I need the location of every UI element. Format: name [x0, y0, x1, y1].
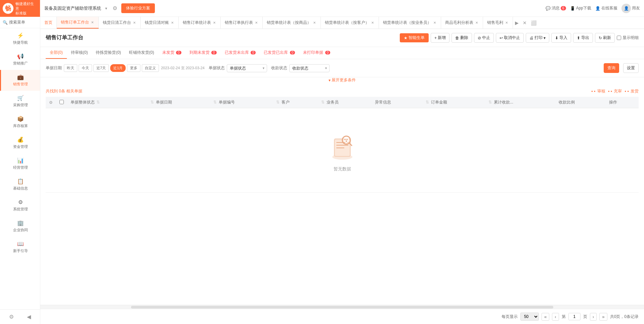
page-title: 销售订单工作台 [46, 34, 83, 45]
payment-select[interactable]: 收款状态 [289, 64, 330, 72]
date-btn-custom[interactable]: 自定义 [142, 64, 159, 72]
sidebar-item-marketing[interactable]: 📢 营销推广 [0, 49, 40, 70]
sidebar-item-finance[interactable]: 💰 资金管理 [0, 132, 40, 153]
col-settings[interactable]: ⚙ [46, 97, 56, 108]
refresh-button[interactable]: ↻ 刷新 [595, 33, 615, 43]
tab-cash-daily[interactable]: 钱货日清工作台 ✕ [99, 17, 141, 29]
date-btn-7days[interactable]: 近7天 [93, 64, 109, 72]
sort-customer-icon[interactable]: ⇅ [276, 100, 280, 105]
date-btn-1month[interactable]: 近1月 [110, 64, 126, 72]
sort-collected-icon[interactable]: ⇅ [488, 100, 492, 105]
tab-close-receivable[interactable]: ✕ [505, 20, 509, 25]
tab-close-cash-reconcile[interactable]: ✕ [170, 20, 174, 25]
finance-icon: 💰 [17, 136, 24, 143]
add-button[interactable]: + 新增 [431, 33, 449, 43]
date-btn-more[interactable]: 更多 [127, 64, 140, 72]
sidebar-settings-btn[interactable]: ⚙ [8, 312, 15, 321]
sidebar-item-purchase[interactable]: 🛒 采购管理 [0, 91, 40, 112]
sort-number-icon[interactable]: ⇅ [213, 100, 217, 105]
print-button[interactable]: 🖨 打印 ▾ [526, 33, 549, 43]
tab-sales-workbench[interactable]: 销售订单工作台 ✕ [57, 17, 99, 29]
tab-gross-profit[interactable]: 商品毛利分析表 ✕ [441, 17, 483, 29]
sort-salesperson-icon[interactable]: ⇅ [321, 100, 325, 105]
date-btn-yesterday[interactable]: 昨天 [64, 64, 77, 72]
export-button[interactable]: ⬆ 导出 [573, 33, 593, 43]
tab-close-cash-daily[interactable]: ✕ [132, 20, 136, 25]
tab-sales-stats[interactable]: 销售订单统计表 ✕ [179, 17, 221, 29]
tab-close-sales-workbench[interactable]: ✕ [90, 20, 94, 25]
date-btn-today[interactable]: 今天 [79, 64, 92, 72]
show-detail-label[interactable]: 显示明细 [617, 35, 639, 41]
tab-close-gross[interactable]: ✕ [475, 20, 479, 25]
horizontal-scrollbar[interactable] [40, 305, 644, 309]
ship-link[interactable]: ● 发货 [625, 88, 639, 94]
sidebar-item-sales[interactable]: 💼 销售管理 [0, 70, 40, 91]
sidebar-collapse-btn[interactable]: ◀ [26, 312, 32, 321]
sidebar-item-enterprise[interactable]: 🏢 企业协同 [0, 216, 40, 237]
sidebar-item-guide[interactable]: 📖 新手引导 [0, 237, 40, 257]
page-size-select[interactable]: 20 50 100 200 [520, 313, 539, 321]
sidebar-search[interactable]: 🔍 搜索菜单 [0, 17, 40, 28]
first-page-btn[interactable]: « [542, 313, 549, 321]
expand-conditions-btn[interactable]: ▾ 展开更多条件 [329, 77, 356, 83]
query-button[interactable]: 查询 [604, 63, 619, 73]
sidebar-item-inventory[interactable]: 📦 库存核算 [0, 112, 40, 132]
review-link[interactable]: ● 审核 [591, 88, 605, 94]
stop-button[interactable]: ⊘ 中止 [474, 33, 494, 43]
app-download-btn[interactable]: 📱 App下载 [570, 5, 591, 11]
tab-close-sales-exec[interactable]: ✕ [254, 20, 258, 25]
filter-settings-button[interactable]: 设置 [623, 63, 639, 73]
tab-sales-receivable[interactable]: 销售毛利 ✕ [483, 17, 513, 29]
filter-tab-pending-review[interactable]: 待审核(0) [67, 47, 92, 59]
import-button[interactable]: ⬇ 导入 [551, 33, 571, 43]
filter-tab-overdue[interactable]: 到期未发货 0 [185, 47, 221, 59]
cancel-stop-button[interactable]: ↩ 取消中止 [496, 33, 524, 43]
tab-home[interactable]: 首页 [40, 17, 57, 29]
topbar-settings-icon[interactable]: ⚙ [113, 5, 117, 11]
col-salesperson: ⇅ 业务员 [318, 97, 372, 108]
main-area: 装备及固定资产辅助管理系统 ▾ ⚙ 体验行业方案 💬 消息 6 📱 App下载 … [40, 0, 644, 324]
tab-close-product[interactable]: ✕ [312, 20, 316, 25]
tab-sales-summary-product[interactable]: 销货单统计表（按商品） ✕ [263, 17, 321, 29]
tab-close-customer[interactable]: ✕ [371, 20, 375, 25]
tab-cash-reconcile[interactable]: 钱货日清对账 ✕ [141, 17, 179, 29]
sidebar-item-system[interactable]: ⚙ 系统管理 [0, 195, 40, 216]
message-btn[interactable]: 💬 消息 6 [546, 5, 566, 11]
service-icon: 👤 [595, 6, 600, 11]
online-service-btn[interactable]: 👤 在线客服 [595, 5, 617, 11]
tab-sales-summary-customer[interactable]: 销货单统计表（按客户） ✕ [321, 17, 379, 29]
select-all-checkbox[interactable] [59, 100, 64, 104]
payment-filter-group: 收款状态 收款状态 [271, 64, 330, 72]
tab-close-staff[interactable]: ✕ [433, 20, 437, 25]
filter-tab-all[interactable]: 全部(0) [46, 47, 67, 59]
tab-scroll-right[interactable]: ▶ [513, 20, 521, 26]
filter-tab-not-printed[interactable]: 未打印单据 0 [299, 47, 334, 59]
tab-close-sales-stats[interactable]: ✕ [212, 20, 216, 25]
sort-date-icon[interactable]: ⇅ [151, 100, 154, 105]
delete-button[interactable]: 🗑 删除 [452, 33, 472, 43]
cancel-review-link[interactable]: ● 充审 [608, 88, 622, 94]
next-page-btn[interactable]: › [590, 313, 597, 321]
last-page-btn[interactable]: » [599, 313, 607, 321]
tab-maximize[interactable]: ⬜ [529, 20, 539, 26]
filter-tab-shipped-not-out[interactable]: 已发货未出库 0 [221, 47, 260, 59]
prev-page-btn[interactable]: ‹ [552, 313, 559, 321]
sort-amount-icon[interactable]: ⇅ [426, 100, 429, 105]
user-menu-btn[interactable]: 👤 用友 [621, 4, 640, 13]
sidebar-item-quick-nav[interactable]: ⚡ 快捷导航 [0, 28, 40, 49]
sidebar-item-base-info[interactable]: 📋 基础信息 [0, 174, 40, 195]
smart-create-button[interactable]: ★ 智能生单 [400, 33, 429, 42]
page-number-input[interactable] [568, 313, 581, 320]
status-select[interactable]: 单据状态 [227, 64, 267, 72]
sort-status-icon[interactable]: ⇅ [96, 100, 100, 105]
solution-button[interactable]: 体验行业方案 [121, 3, 155, 13]
tab-sales-summary-staff[interactable]: 销货单统计表（按业务员） ✕ [379, 17, 441, 29]
tab-close-all[interactable]: ✕ [521, 20, 529, 26]
filter-tab-pending-inspect[interactable]: 待拣货验货(0) [92, 47, 125, 59]
filter-tab-wangpu[interactable]: 旺铺待发货(0) [125, 47, 158, 59]
filter-tab-shipped-out[interactable]: 已发货已出库 0 [260, 47, 299, 59]
tab-sales-exec[interactable]: 销售订单执行表 ✕ [221, 17, 263, 29]
filter-tab-not-shipped[interactable]: 未发货 0 [158, 47, 185, 59]
show-detail-checkbox[interactable] [617, 36, 621, 40]
sidebar-item-operations[interactable]: 📊 经营管理 [0, 153, 40, 174]
